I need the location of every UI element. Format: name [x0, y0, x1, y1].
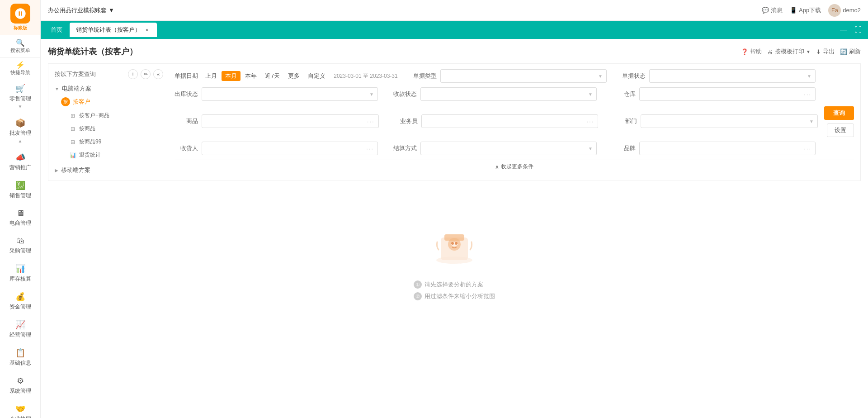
sidebar-item-label: 营销推广 [9, 164, 31, 171]
system-icon: ⚙ [17, 376, 24, 386]
query-button[interactable]: 查询 [824, 106, 854, 120]
logo-area: 标账版 [0, 0, 40, 35]
scheme-item-goods99[interactable]: ⊟ 按商品99 [48, 135, 168, 148]
sidebar-item-inventory[interactable]: 📊 库存核算 [0, 259, 40, 287]
print-button[interactable]: 🖨 按模板打印 ▼ [767, 48, 811, 56]
mobile-group-header[interactable]: ▶ 移动端方案 [48, 163, 168, 177]
mobile-group-expand-icon: ▶ [55, 168, 58, 173]
date-opt-this-year[interactable]: 本年 [241, 71, 260, 81]
chevron-down-icon: ▼ [18, 104, 23, 109]
logo-icon [10, 4, 30, 24]
finance-icon: 💰 [15, 292, 25, 302]
sidebar-item-purchase[interactable]: 🛍 采购管理 [0, 232, 40, 259]
topbar-left: 办公用品行业模拟账套 ▼ [48, 6, 114, 14]
tab-close-button[interactable]: × [143, 26, 151, 33]
topbar: 办公用品行业模拟账套 ▼ 💬 消息 📱 App下载 Ea demo2 [41, 0, 868, 21]
tip-num-1: ① [414, 280, 422, 289]
scheme-add-button[interactable]: + [128, 69, 138, 79]
app-title-dropdown[interactable]: 办公用品行业模拟账套 ▼ [48, 6, 114, 14]
sidebar-item-system[interactable]: ⚙ 系统管理 [0, 371, 40, 399]
warehouse-select[interactable]: ··· [639, 87, 816, 101]
tab-minimize-button[interactable]: — [837, 25, 850, 35]
sidebar-item-sales[interactable]: 💹 销售管理 [0, 176, 40, 204]
scheme-edit-button[interactable]: ✏ [141, 69, 151, 79]
date-opt-7days[interactable]: 近7天 [261, 71, 283, 81]
brand-select[interactable]: ··· [639, 142, 816, 155]
sidebar-item-finance[interactable]: 💰 资金管理 [0, 287, 40, 315]
sidebar-item-quicknav[interactable]: ⚡ 快捷导航 [0, 58, 40, 79]
doc-status-select[interactable]: ▼ [649, 69, 816, 83]
sidebar-item-enterprise[interactable]: 🤝 企业协同 [0, 399, 40, 418]
payment-status-select[interactable]: ▼ [420, 87, 597, 101]
tab-maximize-button[interactable]: ⛶ [852, 25, 864, 35]
export-button[interactable]: ⬇ 导出 [816, 48, 835, 56]
message-label: 消息 [771, 6, 783, 14]
sidebar-item-marketing[interactable]: 📣 营销推广 [0, 148, 40, 176]
dept-select[interactable]: ▼ [641, 114, 818, 128]
collapse-button[interactable]: ∧ 收起更多条件 [495, 163, 533, 171]
scheme-item-returns[interactable]: 📊 退货统计 [48, 148, 168, 162]
message-button[interactable]: 💬 消息 [762, 6, 783, 14]
sidebar-item-retail[interactable]: 🛒 零售管理 ▼ [0, 79, 40, 114]
collapse-bar: ∧ 收起更多条件 [175, 160, 854, 173]
scheme-panel: 按以下方案查询 + ✏ « ▼ 电脑端方案 按 [48, 64, 168, 180]
sidebar-item-basicinfo[interactable]: 📋 基础信息 [0, 343, 40, 371]
desktop-scheme-group: ▼ 电脑端方案 按 按客户 ⊞ 按客户+商品 ⊟ [48, 83, 168, 162]
export-label: 导出 [823, 48, 835, 56]
sidebar-item-ecommerce[interactable]: 🖥 电商管理 [0, 204, 40, 232]
collapse-up-icon: ∧ [495, 164, 499, 170]
username: demo2 [843, 7, 861, 14]
tabs-actions: — ⛶ [837, 25, 864, 35]
out-status-select[interactable]: ▼ [202, 87, 378, 101]
scheme-item-by-customer[interactable]: 按 按客户 [48, 95, 168, 109]
filter-row-2: 出库状态 ▼ 收款状态 ▼ [175, 87, 854, 101]
goods-select[interactable]: ··· [202, 114, 379, 128]
retail-icon: 🛒 [15, 84, 25, 94]
tip-num-2: ② [414, 292, 422, 300]
date-opt-custom[interactable]: 自定义 [304, 71, 329, 81]
table-icon: ⊟ [69, 125, 76, 133]
ecommerce-icon: 🖥 [16, 209, 24, 218]
sub-item-label: 按客户+商品 [79, 112, 109, 119]
filter-dept: 部门 ▼ [613, 114, 818, 128]
doc-type-select[interactable]: ▼ [440, 69, 607, 83]
basicinfo-icon: 📋 [15, 348, 25, 358]
staff-label: 业务员 [394, 117, 418, 125]
refresh-button[interactable]: 🔄 刷新 [840, 48, 861, 56]
brand-label: 品牌 [612, 144, 636, 152]
empty-tip-1: ① 请先选择要分析的方案 [414, 280, 495, 289]
table2-icon: ⊟ [69, 138, 76, 146]
scheme-collapse-button[interactable]: « [153, 69, 163, 79]
sidebar-item-operations[interactable]: 📈 经营管理 [0, 315, 40, 343]
filter-brand: 品牌 ··· [612, 142, 816, 155]
brand-dots: ··· [804, 145, 811, 152]
out-status-label: 出库状态 [175, 90, 198, 98]
staff-select[interactable]: ··· [421, 114, 599, 128]
date-opt-this-month[interactable]: 本月 [222, 71, 241, 81]
help-button[interactable]: ❓ 帮助 [741, 48, 762, 56]
receiver-select[interactable]: ··· [202, 142, 378, 155]
sidebar-item-wholesale[interactable]: 📦 批发管理 ▲ [0, 114, 40, 148]
customer-scheme-icon: 按 [61, 97, 70, 106]
settings-button[interactable]: 设置 [827, 124, 854, 137]
desktop-group-header[interactable]: ▼ 电脑端方案 [48, 83, 168, 95]
sidebar-item-label: 系统管理 [9, 387, 31, 395]
sidebar-item-search[interactable]: 🔍 搜索菜单 [0, 35, 40, 58]
scheme-item-customer-goods[interactable]: ⊞ 按客户+商品 [48, 109, 168, 122]
tab-bar: 首页 销货单统计表（按客户） × — ⛶ [41, 21, 868, 39]
mobile-scheme-group: ▶ 移动端方案 [48, 163, 168, 177]
scheme-item-goods[interactable]: ⊟ 按商品 [48, 122, 168, 135]
app-download-button[interactable]: 📱 App下载 [790, 6, 821, 14]
query-actions: 查询 设置 [818, 105, 854, 137]
settlement-select[interactable]: ▼ [420, 142, 597, 155]
filter-row-1: 单据日期 上月 本月 本年 近7天 更多 自定义 2023-03-01 至 20… [175, 69, 854, 83]
date-opt-last-month[interactable]: 上月 [202, 71, 221, 81]
sidebar-item-label: 基础信息 [9, 359, 31, 367]
svg-point-4 [451, 242, 454, 245]
tab-sales-stat[interactable]: 销货单统计表（按客户） × [70, 23, 157, 37]
tab-home[interactable]: 首页 [44, 23, 69, 37]
date-opt-more[interactable]: 更多 [284, 71, 303, 81]
mobile-group-label: 移动端方案 [61, 166, 90, 174]
dropdown-arrow-icon: ▼ [108, 7, 114, 14]
user-profile-button[interactable]: Ea demo2 [828, 4, 861, 17]
